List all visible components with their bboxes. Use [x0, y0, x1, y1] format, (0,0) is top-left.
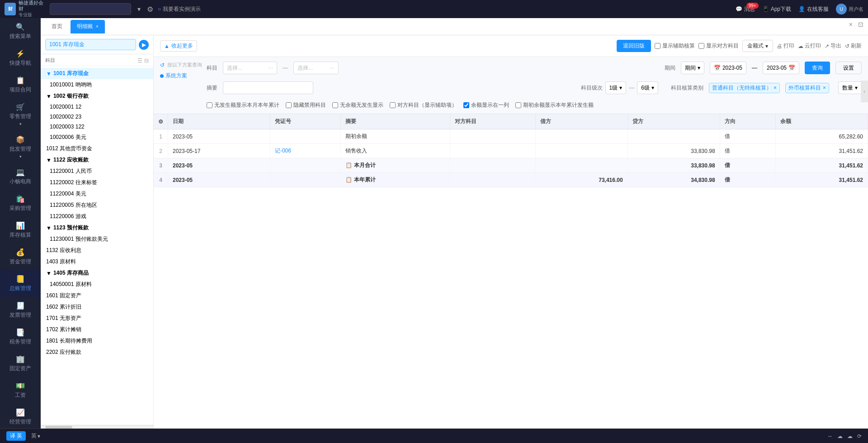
account-item-1702[interactable]: 1702 累计摊销	[41, 324, 153, 335]
translate-btn[interactable]: 译 英	[6, 431, 26, 441]
sidebar-item-project[interactable]: 📋 项目合同	[0, 71, 41, 98]
account-item-1403[interactable]: 1403 原材料	[41, 256, 153, 267]
tree-list-view-btn[interactable]: ☰	[137, 57, 142, 64]
account-item-10010001[interactable]: 10010001 哟哟哟	[41, 79, 153, 91]
counterpart-checkbox[interactable]	[390, 102, 396, 108]
show-counterpart-checkbox[interactable]	[698, 43, 704, 49]
account-item-11220006[interactable]: 11220006 游戏	[41, 211, 153, 222]
tab-detail[interactable]: 明细账 ×	[71, 20, 105, 33]
filter-option-no-balance[interactable]: 无发生额显示本月本年累计	[207, 101, 279, 109]
sidebar-item-operations[interactable]: 📈 经营管理	[0, 404, 41, 429]
expand-btn[interactable]: ▲ 收起更多	[160, 40, 197, 52]
account-item-1001[interactable]: ▼ 1001 库存现金	[41, 68, 153, 79]
subject-select[interactable]: 选择... ···	[223, 62, 277, 74]
period-start-select[interactable]: 📅 2023-05	[710, 62, 746, 74]
export-btn[interactable]: ↗ 导出	[825, 42, 841, 50]
account-item-11230001[interactable]: 11230001 预付账款美元	[41, 233, 153, 245]
account-item-10020001[interactable]: 10020001 12	[41, 102, 153, 112]
back-old-version-btn[interactable]: 退回旧版	[617, 40, 651, 52]
settings-icon[interactable]: ⚙	[147, 5, 153, 14]
account-item-11220001[interactable]: 11220001 人民币	[41, 166, 153, 177]
filter-option-balance-col[interactable]: 余额显示在一列	[463, 101, 509, 109]
account-item-11220005[interactable]: 11220005 所在地区	[41, 200, 153, 211]
left-panel-scrollbar-h[interactable]	[41, 425, 153, 429]
bottom-cloud2-btn[interactable]: ☁	[847, 433, 853, 439]
quantity-select[interactable]: 数量 ▾	[838, 81, 862, 94]
sidebar-item-wholesale[interactable]: 📦 批发管理 ▾	[0, 131, 41, 163]
sidebar-item-fixed-assets[interactable]: 🏢 固定资产	[0, 350, 41, 377]
refresh-btn[interactable]: ↺ 刷新	[845, 42, 862, 50]
sidebar-item-invoice[interactable]: 🧾 发票管理	[0, 297, 41, 324]
period-end-select[interactable]: 2023-05 📅	[763, 62, 799, 74]
account-item-14050001[interactable]: 14050001 原材料	[41, 279, 153, 290]
account-item-10020002[interactable]: 10020002 23	[41, 112, 153, 122]
filter-option-no-amount[interactable]: 无余额无发生显示	[332, 101, 383, 109]
bottom-refresh-btn[interactable]: ⟳	[857, 433, 862, 439]
filter-option-hide-disabled[interactable]: 隐藏禁用科目	[286, 101, 326, 109]
app-download-btn[interactable]: 📱 App下载	[762, 5, 791, 13]
balance-col-checkbox[interactable]	[463, 102, 469, 108]
nav-dropdown-btn[interactable]: ▾	[136, 5, 142, 14]
summary-input[interactable]	[223, 81, 313, 94]
sidebar-item-ledger[interactable]: 📒 总账管理	[0, 270, 41, 297]
right-edge-collapse-btn[interactable]: ‹	[861, 81, 868, 102]
sidebar-item-retail[interactable]: 🛒 零售管理 ▾	[0, 98, 41, 131]
account-item-1405[interactable]: ▼ 1405 库存商品	[41, 267, 153, 279]
subject-end-select[interactable]: 选择... ···	[293, 62, 339, 74]
window-close-btn[interactable]: ×	[849, 21, 853, 28]
cloud-print-btn[interactable]: ☁ 云打印	[798, 42, 821, 50]
show-auxiliary-checkbox[interactable]	[655, 43, 660, 49]
demo-btn[interactable]: ○ 我要看实例演示	[158, 5, 201, 13]
hide-disabled-checkbox[interactable]	[286, 102, 292, 108]
filter-option-opening[interactable]: 期初余额显示本年累计发生额	[515, 101, 594, 109]
bottom-arrow-btn[interactable]: ↔	[827, 433, 833, 439]
tree-filter-btn[interactable]: ⊟	[144, 57, 149, 64]
filter-tag-normal-close[interactable]: ×	[774, 85, 777, 91]
scheme-select-btn[interactable]: 系统方案	[165, 72, 187, 80]
sidebar-item-tax[interactable]: 📑 税务管理	[0, 324, 41, 350]
filter-tag-normal[interactable]: 普通科目（无特殊核算） ×	[709, 83, 780, 93]
sidebar-item-capital[interactable]: 💰 资金管理	[0, 243, 41, 270]
account-item-1601[interactable]: 1601 固定资产	[41, 290, 153, 301]
sidebar-item-salary[interactable]: 💵 工资	[0, 377, 41, 404]
account-item-10020003[interactable]: 10020003 122	[41, 122, 153, 132]
message-btn[interactable]: 💬 消息 99+	[736, 5, 755, 13]
lang-switch-btn[interactable]: 英 ▾	[31, 432, 40, 440]
query-btn[interactable]: 查询	[805, 62, 830, 74]
online-service-btn[interactable]: 👤 在线客服	[798, 5, 829, 13]
opening-checkbox[interactable]	[515, 102, 521, 108]
print-btn[interactable]: 🖨 打印	[777, 42, 794, 50]
window-maximize-btn[interactable]: ⊡	[858, 21, 863, 28]
sidebar-item-search[interactable]: 🔍 搜索菜单	[0, 18, 41, 45]
account-item-2202[interactable]: 2202 应付账款	[41, 347, 153, 358]
account-item-1122[interactable]: ▼ 1122 应收账款	[41, 154, 153, 166]
sidebar-item-quick-nav[interactable]: ⚡ 快捷导航	[0, 45, 41, 71]
filter-settings-btn[interactable]: 设置	[835, 62, 862, 74]
account-item-1132[interactable]: 1132 应收利息	[41, 245, 153, 256]
account-nav-arrow[interactable]: ▶	[139, 40, 149, 50]
user-profile[interactable]: U 用户名	[836, 4, 863, 14]
filter-tag-foreign[interactable]: 外币核算科目 ×	[785, 83, 829, 93]
sidebar-item-inventory[interactable]: 📊 库存核算	[0, 217, 41, 243]
topbar-search-input[interactable]	[50, 3, 131, 15]
scheme-refresh-btn[interactable]: ↺	[160, 62, 165, 68]
level-end-select[interactable]: 6级 ▾	[637, 81, 658, 94]
account-item-1012[interactable]: 1012 其他货币资金	[41, 143, 153, 154]
account-item-1602[interactable]: 1602 累计折旧	[41, 301, 153, 313]
style-btn[interactable]: 金额式 ▾	[742, 40, 773, 52]
bottom-cloud-btn[interactable]: ☁	[837, 433, 843, 439]
period-type-select[interactable]: 期间 ▾	[681, 62, 704, 74]
account-item-1701[interactable]: 1701 无形资产	[41, 313, 153, 324]
level-start-select[interactable]: 1级 ▾	[605, 81, 627, 94]
filter-option-counterpart[interactable]: 对方科目（显示辅助项）	[390, 101, 457, 109]
account-item-10020006[interactable]: 10020006 美元	[41, 132, 153, 143]
sidebar-item-purchase[interactable]: 🛍️ 采购管理	[0, 190, 41, 217]
tab-home[interactable]: 首页	[45, 20, 69, 33]
selected-account-display[interactable]: 1001 库存现金	[45, 39, 136, 50]
account-item-1123[interactable]: ▼ 1123 预付账款	[41, 222, 153, 233]
filter-tag-foreign-close[interactable]: ×	[823, 85, 826, 91]
tab-detail-close[interactable]: ×	[96, 24, 99, 29]
no-amount-checkbox[interactable]	[332, 102, 338, 108]
no-balance-checkbox[interactable]	[207, 102, 212, 108]
sidebar-item-ecommerce[interactable]: 💻 小畅电商	[0, 163, 41, 190]
